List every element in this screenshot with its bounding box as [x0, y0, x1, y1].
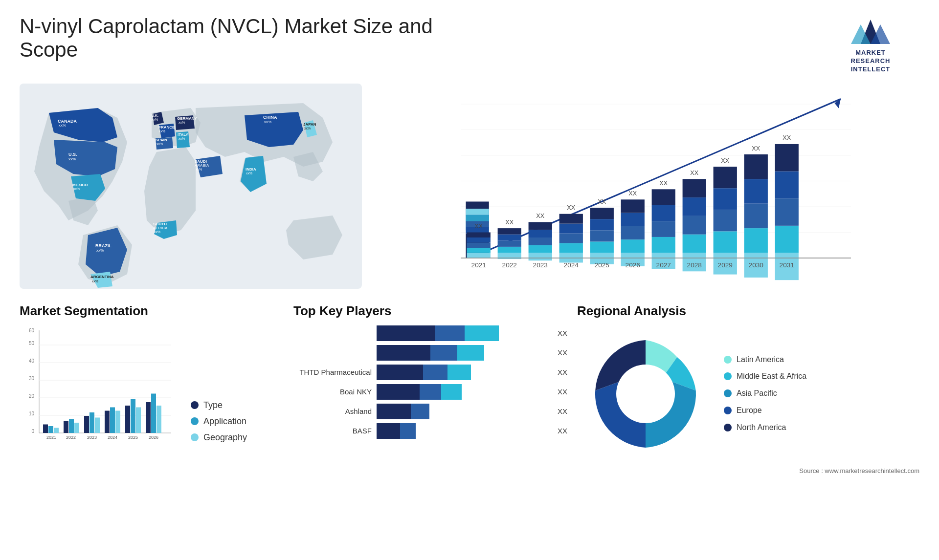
svg-text:ARABIA: ARABIA	[195, 163, 209, 168]
svg-text:XX: XX	[690, 170, 698, 176]
donut-label-asiapac: Asia Pacific	[737, 388, 777, 399]
legend-dot-geography	[191, 433, 199, 441]
svg-rect-60	[467, 232, 491, 237]
svg-text:XX: XX	[598, 198, 606, 205]
regional-section: Regional Analysis	[577, 303, 919, 474]
svg-text:2023: 2023	[87, 435, 97, 440]
player-bar-dark-2	[377, 345, 430, 361]
svg-text:xx%: xx%	[179, 121, 185, 124]
svg-text:2022: 2022	[66, 435, 76, 440]
svg-rect-113	[744, 179, 768, 203]
top-section: CANADA xx% U.S. xx% MEXICO xx% BRAZIL xx…	[20, 84, 919, 289]
player-bar-light-2	[457, 345, 484, 361]
svg-rect-81	[590, 241, 614, 253]
svg-rect-161	[110, 407, 115, 433]
player-xx-ashland: XX	[558, 407, 567, 415]
svg-rect-169	[151, 393, 156, 433]
svg-rect-160	[105, 410, 110, 433]
player-label-boai: Boai NKY	[293, 388, 372, 396]
svg-rect-95	[652, 205, 675, 221]
player-xx-2: XX	[558, 348, 567, 357]
svg-text:XX: XX	[567, 204, 575, 211]
svg-text:XX: XX	[782, 134, 791, 141]
donut-dot-asiapac	[724, 389, 732, 397]
svg-rect-65	[498, 234, 521, 240]
player-row-thtd: THTD Pharmaceutical XX	[293, 365, 567, 380]
donut-legend-europe: Europe	[724, 406, 806, 416]
player-bars-thtd	[377, 365, 549, 380]
svg-text:xx%: xx%	[156, 142, 163, 146]
donut-legend-northam: North America	[724, 423, 806, 433]
svg-rect-72	[529, 222, 552, 230]
logo-box: MARKETRESEARCHINTELLECT	[822, 15, 919, 74]
svg-rect-63	[498, 247, 521, 253]
players-section: Top Key Players XX	[293, 303, 567, 474]
svg-text:xx%: xx%	[264, 120, 271, 124]
legend-dot-application	[191, 417, 199, 425]
svg-rect-106	[714, 210, 737, 231]
donut-label-mea: Middle East & Africa	[737, 371, 806, 382]
svg-text:2027: 2027	[656, 261, 671, 269]
svg-text:2024: 2024	[108, 435, 117, 440]
player-bars-1	[377, 325, 549, 341]
svg-text:CHINA: CHINA	[263, 115, 277, 120]
svg-rect-119	[775, 171, 799, 198]
donut-label-northam: North America	[737, 423, 786, 433]
svg-text:xx%: xx%	[152, 118, 158, 121]
svg-rect-102	[683, 179, 706, 197]
svg-text:2031: 2031	[780, 261, 794, 269]
donut-dot-mea	[724, 372, 732, 380]
svg-rect-68	[529, 253, 552, 260]
player-label-ashland: Ashland	[293, 407, 372, 415]
svg-text:ITALY: ITALY	[178, 132, 188, 137]
svg-rect-55	[466, 209, 489, 215]
svg-rect-56	[467, 253, 491, 258]
svg-text:xx%: xx%	[92, 280, 98, 283]
player-bars-boai	[377, 384, 549, 400]
source-text: Source : www.marketresearchintellect.com	[577, 467, 919, 474]
svg-rect-107	[714, 188, 737, 210]
player-xx-thtd: XX	[558, 368, 567, 376]
svg-text:2030: 2030	[749, 261, 764, 269]
bar-chart-container: XX XX XX	[372, 84, 919, 289]
svg-rect-57	[467, 248, 491, 253]
svg-text:xx%: xx%	[73, 187, 80, 191]
donut-area: Latin America Middle East & Africa Asia …	[577, 325, 919, 462]
svg-rect-150	[54, 428, 59, 433]
svg-text:XX: XX	[721, 157, 729, 164]
players-title: Top Key Players	[293, 303, 567, 319]
svg-rect-59	[467, 237, 491, 243]
svg-rect-170	[156, 406, 161, 433]
donut-legend-mea: Middle East & Africa	[724, 371, 806, 382]
svg-text:2028: 2028	[687, 261, 702, 269]
svg-rect-153	[69, 419, 74, 433]
map-container: CANADA xx% U.S. xx% MEXICO xx% BRAZIL xx…	[20, 84, 362, 289]
svg-rect-108	[714, 167, 737, 188]
bar-chart-svg: XX XX XX	[372, 84, 919, 289]
player-bar-mid-2	[430, 345, 457, 361]
svg-text:2026: 2026	[626, 261, 640, 269]
svg-text:GERMANY: GERMANY	[177, 116, 198, 121]
player-row-ashland: Ashland XX	[293, 404, 567, 419]
donut-dot-northam	[724, 424, 732, 431]
svg-text:XX: XX	[628, 190, 637, 197]
page-title: N-vinyl Caprolactam (NVCL) Market Size a…	[20, 15, 460, 62]
svg-text:xx%: xx%	[246, 172, 252, 175]
player-bar-dark-boai	[377, 384, 420, 400]
svg-text:xx%: xx%	[304, 127, 311, 130]
svg-text:40: 40	[29, 358, 35, 364]
player-bars-ashland	[377, 404, 549, 419]
player-bar-mid-thtd	[423, 365, 447, 380]
svg-rect-54	[466, 215, 489, 221]
svg-rect-148	[43, 424, 48, 433]
svg-text:JAPAN: JAPAN	[303, 122, 316, 127]
svg-rect-154	[74, 423, 79, 433]
svg-text:U.S.: U.S.	[68, 152, 77, 157]
svg-rect-88	[621, 226, 645, 239]
svg-rect-64	[498, 240, 521, 247]
svg-text:2029: 2029	[718, 261, 733, 269]
regional-title: Regional Analysis	[577, 303, 919, 319]
svg-rect-75	[559, 243, 583, 253]
svg-text:2023: 2023	[533, 261, 548, 269]
svg-text:xx%: xx%	[196, 168, 202, 171]
